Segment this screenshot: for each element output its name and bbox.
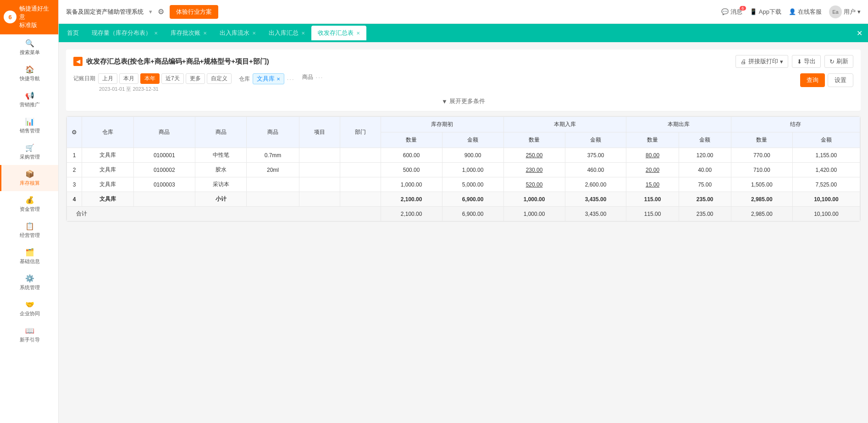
sidebar-item-guide[interactable]: 📖 新手引导 [0, 322, 58, 348]
sidebar-item-purchase[interactable]: 🛒 采购管理 [0, 139, 58, 165]
cell-in-qty[interactable]: 250.00 [503, 148, 565, 163]
export-icon: ⬇ [797, 58, 802, 65]
filter-setting-button[interactable]: 设置 [828, 73, 853, 87]
cell-name: 胶水 [195, 163, 247, 177]
footer-out-qty: 115.00 [626, 207, 679, 221]
sidebar-item-cooperation[interactable]: 🤝 企业协同 [0, 296, 58, 322]
tab-stock-dist[interactable]: 现存量（库存分布表） ✕ [85, 26, 164, 40]
th-bal-qty: 数量 [731, 132, 792, 148]
base-info-icon: 🗂️ [25, 248, 34, 257]
refresh-icon: ↻ [829, 58, 835, 65]
online-service-button[interactable]: 👤 在线客服 [789, 8, 822, 16]
sidebar-item-system[interactable]: ⚙️ 系统管理 [0, 269, 58, 296]
dropdown-arrow[interactable]: ▾ [149, 8, 152, 15]
export-button[interactable]: ⬇ 导出 [792, 55, 821, 68]
tab-in-out-flow[interactable]: 出入库流水 ✕ [213, 26, 262, 40]
sidebar-item-inventory[interactable]: 📦 库存核算 [0, 165, 58, 191]
cell-dept [340, 163, 381, 177]
date-btn-custom[interactable]: 自定义 [207, 73, 232, 84]
cell-dept [340, 148, 381, 163]
date-btn-this-year[interactable]: 本年 [140, 73, 160, 84]
logo-text: 畅捷通好生意 标准版 [19, 5, 55, 30]
cell-out-amt: 235.00 [679, 192, 731, 207]
cell-open-amt: 5,000.00 [442, 177, 503, 192]
tab-close-batch-account[interactable]: ✕ [203, 31, 207, 36]
date-btn-this-month[interactable]: 本月 [119, 73, 138, 84]
user-menu-button[interactable]: Ea 用户 ▾ [829, 5, 861, 18]
tab-close-in-out-flow[interactable]: ✕ [252, 31, 256, 36]
warehouse-filter-group: 仓库 文具库 ✕ ··· [239, 73, 295, 84]
cell-open-qty: 500.00 [381, 163, 442, 177]
cell-out-amt: 40.00 [679, 163, 731, 177]
cell-code: 0100002 [133, 163, 195, 177]
sidebar-menu: 🔍 搜索菜单 🏠 快捷导航 📢 营销推广 📊 销售管理 🛒 采购管理 📦 库存核… [0, 34, 58, 423]
warehouse-label: 仓库 [239, 75, 250, 83]
sidebar-item-search[interactable]: 🔍 搜索菜单 [0, 34, 58, 60]
expand-button[interactable]: ▼ 展开更多条件 [442, 97, 485, 105]
sidebar-item-finance[interactable]: 💰 资金管理 [0, 191, 58, 217]
messages-button[interactable]: 💬 消息 6 [721, 8, 742, 16]
cell-name: 中性笔 [195, 148, 247, 163]
sidebar-item-marketing[interactable]: 📢 营销推广 [0, 87, 58, 113]
tab-close-receive-send-summary[interactable]: ✕ [356, 31, 360, 36]
sidebar-item-operations[interactable]: 📋 经营管理 [0, 217, 58, 243]
cell-out-qty[interactable]: 15.00 [626, 177, 679, 192]
top-bar: 装备及固定资产辅助管理系统 ▾ ⚙ 体验行业方案 💬 消息 6 📱 App下载 … [59, 0, 868, 24]
cell-out-qty[interactable]: 80.00 [626, 148, 679, 163]
sidebar-item-quick-nav[interactable]: 🏠 快捷导航 [0, 60, 58, 87]
search-icon: 🔍 [25, 39, 34, 48]
cell-spec: 0.7mm [247, 148, 299, 163]
th-warehouse: 仓库 [82, 117, 134, 148]
warehouse-dots[interactable]: ··· [287, 76, 295, 82]
tab-bar-close-btn[interactable]: ✕ [853, 29, 866, 38]
gear-icon[interactable]: ⚙ [72, 129, 77, 136]
cell-dept [340, 177, 381, 192]
filter-bar: 记账日期 上月 本月 本年 近7天 更多 自定义 2023-01-01 至 20… [73, 73, 853, 93]
cell-warehouse: 文具库 [82, 163, 134, 177]
cell-in-qty[interactable]: 520.00 [503, 177, 565, 192]
tab-receive-send-summary[interactable]: 收发存汇总表 ✕ [311, 26, 366, 40]
table-row: 4文具库小计2,100.006,900.001,000.003,435.0011… [67, 192, 860, 207]
expand-chevron-icon: ▼ [442, 98, 448, 105]
th-inbound: 本期入库 [503, 117, 626, 132]
footer-in-qty: 1,000.00 [503, 207, 565, 221]
cell-dept [340, 192, 381, 207]
cell-in-qty: 1,000.00 [503, 192, 565, 207]
warehouse-tag-close[interactable]: ✕ [276, 77, 280, 82]
tab-in-out-summary[interactable]: 出入库汇总 ✕ [262, 26, 311, 40]
settings-gear-icon[interactable]: ⚙ [158, 7, 164, 16]
toggle-arrow-icon[interactable]: ◀ [73, 57, 83, 66]
trial-button[interactable]: 体验行业方案 [170, 5, 218, 19]
date-btn-7days[interactable]: 近7天 [161, 73, 184, 84]
footer-label: 合计 [67, 207, 381, 221]
refresh-button[interactable]: ↻ 刷新 [824, 55, 853, 68]
date-btn-more[interactable]: 更多 [186, 73, 205, 84]
cell-bal-qty: 710.00 [731, 163, 792, 177]
tab-close-stock-dist[interactable]: ✕ [154, 31, 158, 36]
sidebar: 6 畅捷通好生意 标准版 🔍 搜索菜单 🏠 快捷导航 📢 营销推广 📊 销售管理… [0, 0, 59, 423]
cell-in-qty[interactable]: 230.00 [503, 163, 565, 177]
sidebar-item-base-info[interactable]: 🗂️ 基础信息 [0, 243, 58, 269]
cell-name: 采访本 [195, 177, 247, 192]
guide-icon: 📖 [25, 326, 34, 335]
date-btn-last-month[interactable]: 上月 [98, 73, 117, 84]
goods-dots[interactable]: ··· [316, 74, 324, 81]
tab-home[interactable]: 首页 [61, 26, 85, 40]
cell-spec [247, 177, 299, 192]
cell-warehouse: 文具库 [82, 177, 134, 192]
warehouse-tag[interactable]: 文具库 ✕ [253, 73, 284, 84]
query-button[interactable]: 查询 [800, 73, 825, 87]
footer-out-amt: 235.00 [679, 207, 731, 221]
print-button[interactable]: 🖨 拼接版打印 ▾ [735, 55, 788, 68]
tab-batch-account[interactable]: 库存批次账 ✕ [164, 26, 213, 40]
cell-no: 1 [67, 148, 82, 163]
service-icon: 👤 [789, 8, 796, 15]
cell-out-qty[interactable]: 20.00 [626, 163, 679, 177]
sidebar-item-sales[interactable]: 📊 销售管理 [0, 113, 58, 139]
cell-project [299, 163, 340, 177]
app-download-button[interactable]: 📱 App下载 [750, 8, 781, 16]
th-out-qty: 数量 [626, 132, 679, 148]
cell-bal-amt: 1,420.00 [792, 163, 860, 177]
tab-close-in-out-summary[interactable]: ✕ [301, 31, 305, 36]
cell-out-amt: 75.00 [679, 177, 731, 192]
